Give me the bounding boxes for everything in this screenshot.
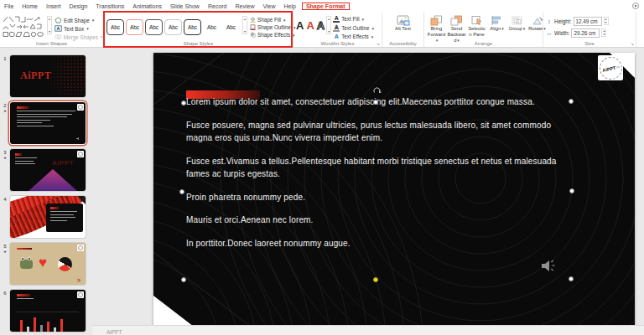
shape-row-basic-icon[interactable] [3, 31, 44, 38]
text-outline-button[interactable]: A Text Outline ▾ [333, 24, 374, 32]
slide-number: 1 [3, 56, 6, 61]
menu-review[interactable]: Review [231, 3, 259, 10]
handle-bottom-left[interactable] [181, 277, 186, 282]
scroll-down-icon[interactable]: ▾ [244, 29, 246, 34]
menu-help[interactable]: Help [280, 3, 300, 10]
menu-file[interactable]: File [0, 3, 18, 10]
current-slide[interactable]: AiPPT.cn Lorem ipsum dolor sit amet, con… [153, 53, 635, 329]
text-fill-button[interactable]: A Text Fill ▾ [333, 15, 374, 23]
ribbon-options-icon[interactable] [632, 3, 639, 9]
wordart-scrollbar[interactable]: ▴ ▾ [326, 16, 331, 34]
handle-middle-right[interactable] [569, 188, 574, 193]
handle-top-left[interactable] [181, 100, 186, 106]
slide-number: 4 [3, 197, 6, 202]
handle-middle-left[interactable] [179, 189, 184, 194]
send-backward-icon [450, 15, 463, 26]
slide-panel: 1 AiPPT 2★ [0, 48, 92, 335]
next-arrow-icon: > [77, 277, 80, 283]
shape-row-connectors-icon[interactable] [3, 23, 44, 30]
scroll-up-icon[interactable]: ▴ [328, 17, 330, 21]
group-objects-button[interactable]: Group▾ [507, 15, 527, 32]
menu-home[interactable]: Home [18, 3, 42, 10]
slide-thumbnail-6[interactable] [10, 290, 86, 332]
notes-strip[interactable]: AiPPT [92, 325, 644, 335]
shape-row-lines-icon[interactable] [3, 16, 44, 23]
shape-style-preset-7[interactable]: Abc [222, 19, 240, 35]
watermark-badge [77, 104, 84, 111]
wordart-preset-1[interactable]: A [296, 20, 304, 31]
rotate-icon [531, 15, 543, 26]
tab-shape-format[interactable]: Shape Format [302, 3, 350, 10]
merge-shapes-button[interactable]: Merge Shapes ▾ [55, 34, 102, 40]
audio-speaker-icon[interactable] [541, 259, 558, 273]
selection-pane-icon [470, 15, 483, 26]
thumb1-logo-text: AiPPT [20, 70, 51, 82]
shape-gallery-scrollbar[interactable]: ▴ ▾ [47, 16, 52, 34]
slide-thumbnail-1[interactable]: AiPPT [10, 55, 86, 97]
height-label: Height: [554, 18, 572, 24]
width-input[interactable] [571, 28, 600, 38]
shape-style-preset-1[interactable]: Abc [106, 19, 124, 35]
body-text-box[interactable]: Lorem ipsum dolor sit amet, consectetuer… [186, 95, 574, 260]
shape-style-preset-5[interactable]: Abc [184, 19, 201, 35]
scroll-down-icon[interactable]: ▾ [328, 29, 330, 34]
menu-insert[interactable]: Insert [42, 3, 65, 10]
shape-effects-button[interactable]: Shape Effects ▾ [250, 32, 295, 38]
slide-thumb-row-2: 2★ [0, 102, 92, 144]
height-spinner[interactable]: ▴▾ [604, 17, 609, 24]
slide-thumbnail-5[interactable]: ♥ > [10, 243, 86, 285]
handle-top-center[interactable] [373, 100, 378, 105]
shape-outline-button[interactable]: Shape Outline ▾ [250, 24, 295, 30]
menu-view[interactable]: View [258, 3, 279, 10]
shape-style-preset-3[interactable]: Abc [145, 19, 163, 35]
text-effects-icon: A [333, 34, 340, 39]
caret-icon: ▾ [362, 17, 365, 22]
menu-record[interactable]: Record [204, 3, 231, 10]
shape-style-preset-6[interactable]: Abc [203, 19, 221, 35]
handle-bottom-right[interactable] [569, 276, 574, 281]
menu-animations[interactable]: Animations [128, 3, 166, 10]
menu-slide-show[interactable]: Slide Show [166, 3, 204, 10]
slide-thumbnail-2-selected[interactable] [10, 102, 86, 144]
shape-style-preset-2[interactable]: Abc [126, 19, 143, 35]
heart-icon: ♥ [39, 255, 47, 271]
aippt-watermark-stamp: AiPPT.cn [598, 55, 623, 80]
group-arrange: Bring Forward▾ Send Backward▾ Selection … [424, 12, 543, 47]
slide-thumbnail-4[interactable] [10, 196, 86, 238]
triangle-graphic [29, 169, 77, 191]
shape-style-scrollbar[interactable]: ▴ ▾ [242, 16, 247, 34]
shape-style-preset-4[interactable]: Abc [164, 19, 182, 35]
group-shape-styles: Abc Abc Abc Abc Abc Abc Abc ▴ ▾ Shape Fi… [104, 12, 293, 47]
width-spinner[interactable]: ▴▾ [601, 28, 606, 36]
brand-label: AiPPT [106, 329, 122, 335]
shape-fill-button[interactable]: Shape Fill ▾ [250, 17, 295, 23]
slide-thumbnail-3[interactable]: AiPPT [10, 149, 86, 191]
shape-gallery[interactable] [3, 16, 44, 39]
edit-shape-button[interactable]: Edit Shape ▾ [55, 17, 102, 23]
group-wordart-styles: A A A ▴ ▾ A Text Fill ▾ A Text Outline ▾ [293, 12, 382, 47]
menu-design[interactable]: Design [65, 3, 91, 10]
height-input[interactable] [574, 17, 602, 26]
frog-graphic [20, 260, 33, 269]
scroll-up-icon[interactable]: ▴ [244, 17, 246, 21]
adjust-handle-bottom-center[interactable] [373, 277, 378, 282]
alt-text-button[interactable]: Alt Text [395, 15, 411, 32]
caret-icon: ▾ [101, 34, 103, 39]
selection-pane-button[interactable]: Selection Pane [467, 15, 486, 38]
bring-forward-button[interactable]: Bring Forward▾ [427, 15, 446, 44]
slide-thumb-row-4: 4 [0, 196, 92, 238]
rotate-handle[interactable] [372, 86, 382, 95]
scroll-down-icon[interactable]: ▾ [49, 29, 50, 34]
paragraph-2: Fusce posuere, magna sed pulvinar ultric… [186, 119, 574, 145]
wordart-preset-2[interactable]: A [306, 20, 314, 31]
text-box-button[interactable]: Text Box ▾ [55, 25, 102, 32]
text-effects-button[interactable]: A Text Effects ▾ [333, 34, 374, 39]
scroll-up-icon[interactable]: ▴ [49, 17, 50, 21]
align-button[interactable]: Align▾ [487, 15, 506, 32]
menu-transitions[interactable]: Transitions [91, 3, 128, 10]
send-backward-button[interactable]: Send Backward▾ [447, 15, 466, 44]
wordart-preset-3[interactable]: A [317, 20, 325, 31]
handle-top-right[interactable] [569, 99, 574, 104]
paragraph-4: Proin pharetra nonummy pede. [186, 191, 574, 204]
slide-thumb-row-6: 6 [0, 290, 92, 332]
